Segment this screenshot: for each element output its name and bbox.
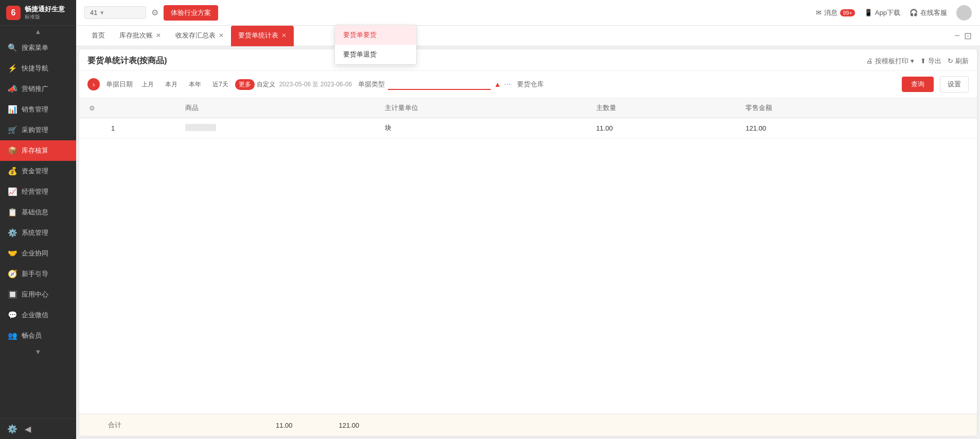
- table-col-no: [105, 98, 179, 118]
- tab-inventory-batch[interactable]: 库存批次账 ✕: [112, 26, 168, 46]
- store-selector[interactable]: 41 ▾: [84, 6, 146, 19]
- tab-order-stats[interactable]: 要货单统计表 ✕: [231, 26, 294, 46]
- online-service-action[interactable]: 🎧 在线客服: [910, 8, 947, 17]
- sidebar-item-guide[interactable]: 🧭 新手引导: [0, 264, 76, 284]
- topbar-gear-icon[interactable]: ⚙: [151, 8, 158, 17]
- app-name: 畅捷通好生意: [25, 5, 65, 14]
- collapse-icon[interactable]: ◀: [25, 424, 31, 434]
- sidebar-item-operation[interactable]: 📈 经营管理: [0, 181, 76, 202]
- sidebar-item-wechat[interactable]: 💬 企业微信: [0, 305, 76, 325]
- settings-bottom-icon[interactable]: ⚙️: [7, 424, 17, 434]
- sidebar-item-label: 新手引导: [22, 269, 48, 279]
- minimize-icon[interactable]: −: [954, 30, 960, 41]
- wechat-icon: 💬: [7, 310, 17, 320]
- message-label: 消息: [824, 8, 838, 17]
- this-year-btn[interactable]: 本年: [184, 79, 206, 90]
- print-chevron-icon: ▾: [911, 57, 914, 65]
- sidebar-scroll-up[interactable]: ▲: [0, 26, 76, 38]
- sidebar-item-purchase[interactable]: 🛒 采购管理: [0, 120, 76, 140]
- message-icon: ✉: [816, 9, 822, 16]
- table-col-empty: [920, 98, 977, 118]
- service-icon: 🎧: [910, 9, 918, 16]
- sidebar-item-basic[interactable]: 📋 基础信息: [0, 202, 76, 223]
- online-service-label: 在线客服: [920, 8, 947, 17]
- sidebar-item-marketing[interactable]: 📣 营销推广: [0, 79, 76, 99]
- apps-icon: 🔲: [7, 289, 17, 300]
- table-cell-amount: 121.00: [739, 118, 920, 138]
- sidebar-item-shortcut[interactable]: ⚡ 快捷导航: [0, 58, 76, 79]
- app-version: 标准版: [25, 13, 65, 20]
- table-cell-no: 1: [105, 118, 179, 138]
- sidebar-item-system[interactable]: ⚙️ 系统管理: [0, 223, 76, 243]
- sidebar-item-label: 资金管理: [22, 167, 48, 176]
- member-icon: 👥: [7, 331, 17, 341]
- user-avatar[interactable]: [956, 5, 972, 21]
- sidebar-item-apps[interactable]: 🔲 应用中心: [0, 284, 76, 305]
- date-filter-group: 单据日期 上月 本月 本年 近7天 更多 自定义 2023-05-06 至 20…: [106, 79, 352, 90]
- chevron-down-icon: ▾: [100, 9, 104, 16]
- app-download-action[interactable]: 📱 App下载: [864, 8, 900, 17]
- query-button[interactable]: 查询: [902, 77, 934, 92]
- tab-order-stats-label: 要货单统计表: [238, 31, 278, 40]
- custom-date-btn[interactable]: 自定义: [257, 80, 275, 89]
- topbar: 41 ▾ ⚙ 体验行业方案 ✉ 消息 99+ 📱 App下载 🎧 在线客服: [76, 0, 980, 26]
- table-col-settings[interactable]: ⚙: [79, 98, 105, 118]
- trial-button[interactable]: 体验行业方案: [164, 5, 218, 21]
- sidebar-item-label: 基础信息: [22, 208, 48, 217]
- page-content: 要货单统计表(按商品) 🖨 按模板打印 ▾ ⬆ 导出 ↻ 刷新 ›: [79, 49, 977, 436]
- purchase-icon: 🛒: [7, 125, 17, 135]
- finance-icon: 💰: [7, 166, 17, 176]
- warehouse-filter-label: 要货仓库: [517, 80, 544, 89]
- tab-summary[interactable]: 收发存汇总表 ✕: [168, 26, 231, 46]
- print-action[interactable]: 🖨 按模板打印 ▾: [866, 57, 914, 66]
- sidebar-item-member[interactable]: 👥 畅会员: [0, 325, 76, 346]
- sidebar-scroll-down[interactable]: ▼: [0, 346, 76, 358]
- sidebar-item-search[interactable]: 🔍 搜索菜单: [0, 38, 76, 58]
- type-filter-input[interactable]: [388, 79, 491, 90]
- tab-order-stats-close[interactable]: ✕: [281, 32, 287, 39]
- sidebar-item-label: 库存核算: [22, 146, 48, 155]
- export-action[interactable]: ⬆ 导出: [920, 57, 941, 66]
- sidebar-item-label: 营销推广: [22, 84, 48, 94]
- this-month-btn[interactable]: 本月: [161, 79, 182, 90]
- sidebar-item-finance[interactable]: 💰 资金管理: [0, 161, 76, 181]
- warehouse-filter-group: 要货仓库: [517, 80, 544, 89]
- sidebar-item-label: 采购管理: [22, 125, 48, 135]
- search-icon: 🔍: [7, 43, 17, 53]
- sidebar-item-inventory[interactable]: 📦 库存核算: [0, 140, 76, 161]
- table-row: 1 块 11.00 121.00: [79, 118, 977, 138]
- basic-icon: 📋: [7, 207, 17, 217]
- date-filter-label: 单据日期: [106, 80, 133, 89]
- app-download-label: App下载: [875, 8, 900, 17]
- message-action[interactable]: ✉ 消息 99+: [816, 8, 855, 17]
- dropdown-item-order-return[interactable]: 要货单退货: [335, 49, 416, 64]
- sidebar-item-sales[interactable]: 📊 销售管理: [0, 99, 76, 120]
- more-dates-btn[interactable]: 更多: [235, 79, 255, 90]
- type-filter-chevron-up-icon[interactable]: ▲: [494, 80, 501, 88]
- table-col-amount: 零售金额: [739, 98, 920, 118]
- tab-inventory-batch-label: 库存批次账: [119, 31, 153, 40]
- sidebar-item-label: 系统管理: [22, 228, 48, 237]
- operation-icon: 📈: [7, 187, 17, 197]
- print-icon: 🖨: [866, 57, 873, 65]
- sidebar-item-label: 应用中心: [22, 290, 48, 299]
- type-filter-more-icon[interactable]: ···: [504, 80, 511, 89]
- settings-button[interactable]: 设置: [940, 76, 969, 93]
- last-7-days-btn[interactable]: 近7天: [208, 79, 233, 90]
- export-icon: ⬆: [920, 57, 926, 65]
- filter-expand-button[interactable]: ›: [87, 78, 100, 90]
- sidebar-item-collab[interactable]: 🤝 企业协同: [0, 243, 76, 264]
- maximize-icon[interactable]: ⊡: [964, 30, 972, 42]
- tab-summary-close[interactable]: ✕: [219, 32, 224, 39]
- footer-label: 合计: [87, 420, 121, 430]
- dropdown-item-label: 要货单退货: [343, 50, 377, 58]
- guide-icon: 🧭: [7, 269, 17, 279]
- print-label: 按模板打印: [875, 57, 908, 66]
- tab-inventory-batch-close[interactable]: ✕: [156, 32, 161, 39]
- refresh-action[interactable]: ↻ 刷新: [948, 57, 969, 66]
- table-cell-qty: 11.00: [590, 118, 740, 138]
- filter-bar: › 单据日期 上月 本月 本年 近7天 更多 自定义 2023-05-06 至 …: [79, 71, 977, 98]
- last-month-btn[interactable]: 上月: [137, 79, 158, 90]
- inventory-icon: 📦: [7, 145, 17, 156]
- tab-home[interactable]: 首页: [84, 26, 112, 46]
